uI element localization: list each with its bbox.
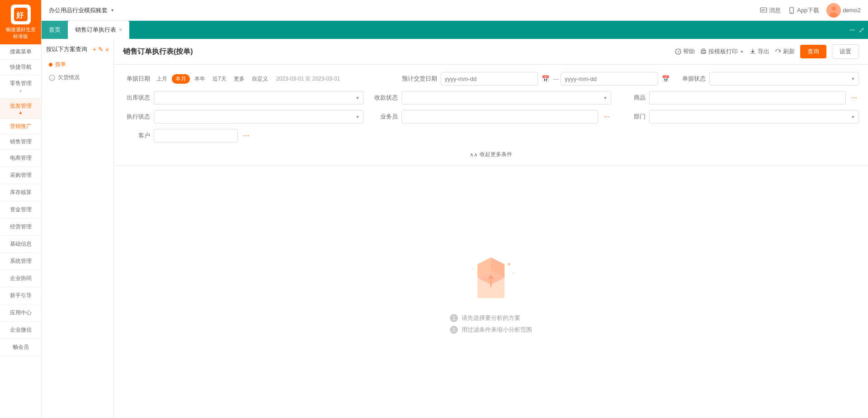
svg-point-4 [791,12,792,13]
svg-text:好: 好 [16,11,24,19]
payment-select-wrapper: ▼ [401,91,611,104]
customer-more-icon[interactable]: ··· [241,132,251,140]
sidebar-item-inventory[interactable]: 库存核算 [0,184,41,201]
tab-maximize-icon[interactable]: ⤢ [859,26,864,34]
salesperson-more-icon[interactable]: ··· [602,113,611,121]
date-tab-this-month[interactable]: 本月 [172,74,190,84]
breadcrumb-area: 办公用品行业模拟账套 ▾ [49,6,113,14]
message-button[interactable]: 消息 [760,6,781,14]
phone-icon [788,7,795,14]
status-select[interactable] [709,72,859,86]
user-area[interactable]: demo2 [826,3,861,18]
logo-area[interactable]: 好 畅捷通好生意 标准版 [0,0,41,44]
empty-step-1: 1 请先选择要分析的方案 [450,314,532,322]
sidebar-item-newbie[interactable]: 新手引导 [0,287,41,304]
customer-label: 客户 [123,132,150,140]
empty-step-2: 2 用过滤条件来缩小分析范围 [450,326,532,334]
sidebar-item-purchase[interactable]: 采购管理 [0,167,41,184]
product-input[interactable] [649,91,846,104]
refresh-icon [775,48,781,55]
filter-header-icons: + ✎ « [93,46,109,53]
export-icon [750,48,756,55]
scheme-item-shortage[interactable]: ○ 欠货情况 [45,71,110,84]
tab-sales-order[interactable]: 销售订单执行表 × [68,21,129,39]
dept-select[interactable] [649,110,859,124]
tab-minimize-icon[interactable]: ─ [850,26,855,34]
sidebar-item-ecommerce[interactable]: 电商管理 [0,150,41,167]
edit-scheme-button[interactable]: ✎ [98,46,104,53]
date-tab-custom[interactable]: 自定义 [249,74,271,84]
right-content: 销售订单执行表(按单) ? 帮助 [114,39,868,418]
sidebar: 好 畅捷通好生意 标准版 搜索菜单 快捷导航 零售管理 ▼ 批发管理 ▲ 营销推… [0,0,42,418]
sidebar-sub-item-marketing[interactable]: 营销推广 [0,119,41,134]
marketing-label: 营销推广 [10,123,32,130]
collapse-filter-button[interactable]: ∧∧ 收起更多条件 [123,148,859,158]
sidebar-item-retail[interactable]: 零售管理 ▼ [0,75,41,99]
svg-text:?: ? [677,50,679,54]
help-button[interactable]: ? 帮助 [675,48,695,56]
sidebar-navigation: 零售管理 ▼ 批发管理 ▲ 营销推广 销售管理 电商管理 采购管理 库存核算 资… [0,75,41,356]
cal-from-icon[interactable]: 📅 [540,75,551,82]
sidebar-sub-item-sales[interactable]: 销售管理 [0,134,41,150]
exec-status-select[interactable] [154,110,363,124]
scheme-shortage-label: 欠货情况 [58,74,80,81]
settings-button[interactable]: 设置 [832,44,859,59]
scheme-list: 按单 ○ 欠货情况 [42,56,113,86]
wechat-label: 企业微信 [10,326,32,334]
help-label: 帮助 [683,48,695,56]
sidebar-item-search[interactable]: 搜索菜单 [0,44,41,60]
sidebar-item-system[interactable]: 系统管理 [0,253,41,270]
print-dropdown-icon[interactable]: ▼ [740,49,744,54]
help-icon: ? [675,48,681,55]
tab-bar: 首页 销售订单执行表 × ─ ⤢ [42,21,868,39]
tab-home[interactable]: 首页 [42,21,68,39]
payment-field: 收款状态 ▼ [371,91,611,104]
sidebar-item-enterprise[interactable]: 企业协同 [0,270,41,287]
expected-date-range: 📅 — 📅 [441,72,672,86]
svg-point-20 [513,272,514,274]
print-button[interactable]: 按模板打印 ▼ [700,48,744,56]
sidebar-item-wechat[interactable]: 企业微信 [0,322,41,339]
product-more-icon[interactable]: ··· [849,94,859,102]
logo-subtext: 标准版 [13,33,28,40]
sidebar-item-finance[interactable]: 资金管理 [0,201,41,218]
sidebar-item-wholesale[interactable]: 批发管理 ▲ [0,99,41,119]
collapse-panel-button[interactable]: « [105,46,109,53]
delivery-label: 出库状态 [123,94,150,102]
sidebar-item-operations[interactable]: 经营管理 [0,218,41,236]
export-button[interactable]: 导出 [750,48,769,56]
sidebar-item-member[interactable]: 畅会员 [0,339,41,356]
date-tab-last-month[interactable]: 上月 [154,74,170,84]
add-scheme-button[interactable]: + [93,46,96,53]
delivery-select[interactable] [154,91,363,104]
exec-status-label: 执行状态 [123,113,150,121]
customer-input[interactable] [154,129,238,142]
cal-to-icon[interactable]: 📅 [660,75,671,82]
message-icon [760,7,767,14]
scheme-item-press[interactable]: 按单 [45,58,110,71]
salesperson-input[interactable] [401,110,598,124]
product-label: 商品 [618,94,646,102]
tab-close-icon[interactable]: × [119,27,122,33]
step-1-text: 请先选择要分析的方案 [462,314,520,322]
sidebar-item-app-center[interactable]: 应用中心 [0,304,41,322]
refresh-button[interactable]: 刷新 [775,48,795,56]
delivery-select-wrapper: ▼ [154,91,363,104]
sidebar-item-quick-nav[interactable]: 快捷导航 [0,60,41,75]
expected-date-from[interactable] [441,72,538,86]
status-select-wrapper: ▼ [709,72,859,86]
date-tab-more[interactable]: 更多 [231,74,247,84]
expected-date-to[interactable] [561,72,658,86]
active-dot [49,63,52,66]
payment-select[interactable] [401,91,611,104]
filter-row-2: 出库状态 ▼ 收款状态 [123,91,859,104]
breadcrumb-dropdown-icon[interactable]: ▾ [111,8,113,13]
customer-field: 客户 ··· [123,129,231,142]
sidebar-item-basics[interactable]: 基础信息 [0,236,41,253]
step-2-text: 用过滤条件来缩小分析范围 [462,326,532,334]
app-download-button[interactable]: App下载 [788,6,819,14]
query-button[interactable]: 查询 [800,45,826,58]
date-tab-this-year[interactable]: 本年 [192,74,208,84]
app-center-label: 应用中心 [10,309,32,317]
date-tab-7days[interactable]: 近7天 [210,74,229,84]
